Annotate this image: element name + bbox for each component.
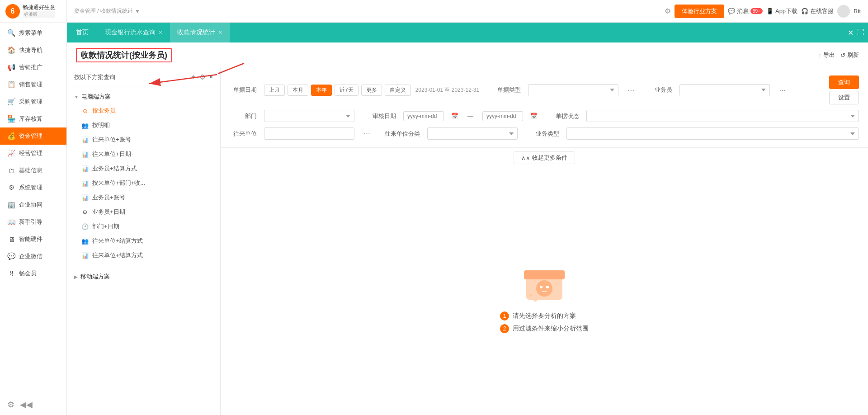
sidebar-item-marketing[interactable]: 📢 营销推广: [0, 59, 66, 76]
scheme-item-dept-date[interactable]: 🕐 部门+日期: [67, 219, 220, 234]
app-download-item[interactable]: 📱 App下载: [766, 7, 797, 15]
collapse-sidebar-icon[interactable]: ◀◀: [20, 400, 33, 410]
scheme-group-mobile[interactable]: ▶ 移动端方案: [67, 270, 220, 283]
sidebar-item-vip[interactable]: 🎖 畅会员: [0, 265, 66, 282]
scheme-item-partner-account[interactable]: 📊 往来单位+账号: [67, 132, 220, 147]
scheme-label-detail: 按明细: [92, 121, 110, 129]
scheme-group-desktop[interactable]: ▼ 电脑端方案: [67, 90, 220, 104]
purchase-icon: 🛒: [7, 98, 15, 106]
review-date-from-input[interactable]: [403, 111, 444, 121]
date-btn-this-year[interactable]: 本年: [311, 85, 332, 96]
tab-close-window-icon[interactable]: ✕: [848, 28, 854, 37]
message-item[interactable]: 💬 消息 99+: [728, 7, 763, 15]
panel-collapse-icon[interactable]: «: [209, 73, 213, 81]
scheme-item-salesperson-settlement[interactable]: 📊 业务员+结算方式: [67, 161, 220, 176]
scheme-item-salesperson-account[interactable]: 📊 业务员+账号: [67, 190, 220, 205]
sidebar-item-enterprise-label: 企业协同: [19, 201, 42, 209]
salesperson-more-btn[interactable]: ···: [779, 85, 786, 95]
gear-settings-icon[interactable]: ⚙: [665, 7, 671, 15]
type-label: 单据类型: [494, 86, 521, 94]
sidebar-item-wechat-label: 企业微信: [19, 252, 42, 260]
svg-point-2: [536, 280, 552, 297]
sidebar-item-sales[interactable]: 📋 销售管理: [0, 76, 66, 93]
sidebar-item-guide[interactable]: 📖 新手引导: [0, 213, 66, 231]
scheme-item-by-salesperson[interactable]: ⊙ 按业务员: [67, 104, 220, 118]
panel-settings-icon[interactable]: ⚙: [199, 73, 206, 81]
scheme-label-partner-account: 往来单位+账号: [92, 136, 131, 144]
dept-select-wrapper: [264, 110, 354, 122]
sidebar-item-operations[interactable]: 📈 经营管理: [0, 145, 66, 162]
type-select[interactable]: [528, 84, 618, 96]
user-avatar[interactable]: [837, 5, 850, 18]
sidebar-item-inventory[interactable]: 🏪 库存核算: [0, 110, 66, 127]
department-select[interactable]: [264, 110, 354, 122]
sidebar-item-search[interactable]: 🔍 搜索菜单: [0, 24, 66, 42]
online-service-item[interactable]: 🎧 在线客服: [801, 7, 834, 15]
date-btn-this-month[interactable]: 本月: [288, 85, 308, 96]
dropdown-icon[interactable]: ▼: [135, 8, 140, 14]
partner-input[interactable]: [264, 127, 354, 140]
tab-bank[interactable]: 现金银行流水查询 ✕: [98, 23, 170, 42]
enterprise-icon: 🏢: [7, 201, 15, 209]
panel-add-icon[interactable]: +: [192, 73, 196, 81]
salesperson-select[interactable]: [679, 84, 770, 96]
date-btn-last-month[interactable]: 上月: [264, 85, 285, 96]
tab-home[interactable]: 首页: [67, 23, 98, 42]
query-button[interactable]: 查询: [829, 75, 859, 89]
date-label: 单据日期: [230, 86, 257, 94]
svg-point-5: [533, 298, 537, 302]
status-select[interactable]: [586, 110, 859, 122]
settings-button[interactable]: 设置: [829, 91, 859, 104]
collapse-more-button[interactable]: ∧∧ 收起更多条件: [514, 151, 575, 164]
tab-receipt-close[interactable]: ✕: [218, 29, 222, 36]
scheme-item-partner-date[interactable]: 📊 往来单位+日期: [67, 147, 220, 161]
biz-type-label: 业务类型: [532, 130, 559, 138]
scheme-item-partner-settlement1[interactable]: 👥 往来单位+结算方式: [67, 234, 220, 248]
export-label: 导出: [823, 51, 835, 59]
export-button[interactable]: ↑ 导出: [819, 51, 835, 59]
scheme-item-by-detail[interactable]: 👥 按明细: [67, 118, 220, 132]
scheme-label-salesperson-account: 业务员+账号: [92, 193, 125, 202]
scheme-item-partner-settlement2[interactable]: 📊 往来单位+结算方式: [67, 248, 220, 263]
tab-bank-close[interactable]: ✕: [158, 29, 163, 36]
sidebar-item-wechat[interactable]: 💬 企业微信: [0, 248, 66, 265]
salesperson-date-icon: ⚙: [81, 208, 89, 216]
partner-account-icon: 📊: [81, 136, 89, 143]
step-num-2: 2: [500, 324, 509, 333]
vip-icon: 🎖: [7, 269, 15, 278]
sidebar-item-enterprise[interactable]: 🏢 企业协同: [0, 196, 66, 213]
tab-receipt[interactable]: 收款情况统计 ✕: [170, 23, 230, 42]
calendar-from-icon[interactable]: 📅: [451, 113, 458, 119]
trial-industry-button[interactable]: 体验行业方案: [675, 5, 724, 18]
biz-type-select[interactable]: [566, 127, 859, 140]
detail-scheme-icon: 👥: [81, 122, 89, 129]
sidebar-item-hardware[interactable]: 🖥 智能硬件: [0, 231, 66, 248]
sidebar-item-system[interactable]: ⚙ 系统管理: [0, 179, 66, 196]
review-date-to-input[interactable]: [482, 111, 523, 121]
partner-more-btn[interactable]: ···: [363, 129, 370, 138]
sidebar-item-quicknav[interactable]: 🏠 快捷导航: [0, 42, 66, 59]
sidebar-item-basic[interactable]: 🗂 基础信息: [0, 162, 66, 179]
hardware-icon: 🖥: [7, 235, 15, 243]
online-service-label: 在线客服: [810, 7, 834, 15]
sidebar-item-inventory-label: 库存核算: [19, 115, 42, 123]
calendar-to-icon[interactable]: 📅: [530, 113, 538, 119]
type-more-btn[interactable]: ···: [627, 85, 634, 95]
partner-category-select[interactable]: [427, 127, 518, 140]
date-btn-7days[interactable]: 近7天: [335, 85, 359, 96]
sidebar-item-sales-label: 销售管理: [19, 80, 42, 89]
partner-date-icon: 📊: [81, 151, 89, 158]
sidebar-item-finance[interactable]: 💰 资金管理: [0, 127, 66, 145]
partner-input-wrapper: [264, 127, 354, 140]
settings-footer-icon[interactable]: ⚙: [7, 400, 14, 410]
scheme-item-partner-dept[interactable]: 📊 按来单位+部门+收...: [67, 176, 220, 190]
date-btn-more[interactable]: 更多: [361, 85, 382, 96]
scheme-item-salesperson-date[interactable]: ⚙ 业务员+日期: [67, 205, 220, 219]
refresh-button[interactable]: ↺ 刷新: [840, 51, 859, 59]
date-btn-custom[interactable]: 自定义: [385, 85, 411, 96]
tab-maximize-icon[interactable]: ⛶: [857, 28, 864, 37]
empty-state: 1 请先选择要分析的方案 2 用过滤条件来缩小分析范围: [221, 168, 868, 415]
sidebar-item-purchase[interactable]: 🛒 采购管理: [0, 93, 66, 110]
date-options-group: 上月 本月 本年 近7天 更多 自定义 2023-01-01 至 2023-12…: [264, 85, 479, 96]
svg-point-3: [540, 286, 542, 288]
